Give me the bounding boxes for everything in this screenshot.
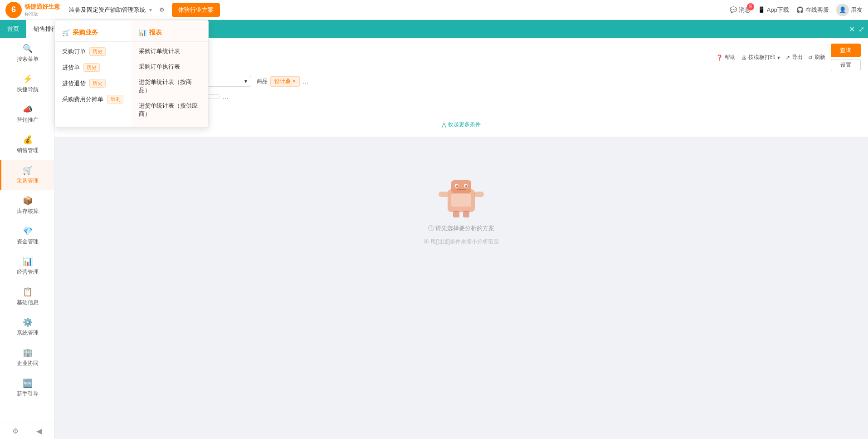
system-dropdown-arrow[interactable]: ▾ [149, 7, 152, 13]
enterprise-icon: 🏢 [23, 348, 33, 358]
popup-col-purchase: 🛒 采购业务 采购订单 历史 进货单 历史 进货退货 历史 采购费用分摊单 历史 [55, 20, 132, 127]
incoming-by-goods-label: 进货单统计表（按商品） [139, 78, 201, 94]
popup-item-incoming-by-supplier[interactable]: 进货单统计表（按供应商） [132, 98, 208, 122]
popup-item-incoming-by-goods[interactable]: 进货单统计表（按商品） [132, 74, 208, 98]
tab-close-all-icon[interactable]: ✕ [849, 25, 855, 34]
popup-col-purchase-header: 🛒 采购业务 [55, 26, 132, 42]
industry-button[interactable]: 体验行业方案 [172, 3, 220, 17]
operation-icon: 📊 [23, 256, 33, 266]
sidebar-item-sales[interactable]: 💰 销售管理 [0, 129, 54, 160]
sidebar-label-basic: 基础信息 [17, 299, 39, 306]
empty-hint-2-text: 用[过滤]条件来缩小分析范围 [430, 238, 499, 245]
popup-item-return[interactable]: 进货退货 历史 [55, 75, 132, 91]
topbar: 6 畅捷通好生意 标准版 装备及固定资产辅助管理系统 ▾ ⚙ 体验行业方案 💬 … [0, 0, 868, 20]
print-template-button[interactable]: 🖨 按模板打印 ▾ [741, 54, 780, 61]
popup-col-report: 📊 报表 采购订单统计表 采购订单执行表 进货单统计表（按商品） 进货单统计表（… [132, 20, 208, 127]
purchase-col-icon: 🛒 [62, 29, 70, 36]
sidebar-item-enterprise[interactable]: 🏢 企业协同 [0, 342, 54, 373]
svg-rect-6 [457, 189, 466, 190]
collapse-label: 收起更多条件 [448, 121, 481, 128]
sidebar-label-system: 系统管理 [17, 329, 39, 337]
sidebar-label-search: 搜索菜单 [17, 55, 39, 63]
purchase-order-label: 采购订单 [62, 48, 86, 56]
print-label: 按模板打印 [748, 54, 775, 61]
empty-hint-1: ① 请先选择要分析的方案 [428, 224, 495, 232]
salesperson-dots[interactable]: ... [222, 93, 228, 101]
sidebar-collapse-icon[interactable]: ◀ [36, 427, 42, 435]
system-gear-icon[interactable]: ⚙ [156, 4, 168, 16]
online-service-button[interactable]: 🎧 在线客服 [796, 6, 829, 14]
logo-main: 畅捷通好生意 [24, 3, 60, 11]
popup-columns: 🛒 采购业务 采购订单 历史 进货单 历史 进货退货 历史 采购费用分摊单 历史 [55, 20, 208, 127]
popup-item-purchase-order[interactable]: 采购订单 历史 [55, 44, 132, 59]
app-download-button[interactable]: 📱 App下载 [758, 6, 789, 14]
expense-label: 采购费用分摊单 [62, 95, 103, 104]
order-stats-label: 采购订单统计表 [139, 47, 180, 55]
tab-home[interactable]: 首页 [0, 20, 26, 38]
goods-tag-close[interactable]: × [293, 78, 296, 84]
help-icon: ❓ [716, 54, 723, 61]
empty-illustration [434, 173, 488, 219]
goods-dots[interactable]: ... [302, 77, 308, 85]
goods-label: 商品 [257, 78, 268, 85]
user-label: 用友 [851, 6, 863, 14]
print-icon: 🖨 [741, 54, 746, 61]
quick-nav-icon: ⚡ [23, 74, 33, 84]
sidebar-label-sales: 销售管理 [17, 147, 39, 154]
logo-area: 6 畅捷通好生意 标准版 [5, 2, 60, 18]
empty-hint-2: ② 用[过滤]条件来缩小分析范围 [424, 238, 499, 246]
return-label: 进货退货 [62, 79, 86, 88]
online-service-label: 在线客服 [805, 6, 829, 14]
purchase-icon: 🛒 [23, 165, 33, 175]
tab-maximize-icon[interactable]: ⤢ [858, 25, 864, 34]
popup-item-order-exec[interactable]: 采购订单执行表 [132, 59, 208, 74]
sidebar-bottom: ⚙ ◀ [0, 423, 54, 439]
sidebar-item-guide[interactable]: 🆕 新手引导 [0, 373, 54, 403]
svg-rect-10 [453, 211, 459, 217]
finance-icon: 💎 [23, 226, 33, 236]
empty-hint-1-text: 请先选择要分析的方案 [435, 225, 494, 232]
purchase-col-title: 采购业务 [73, 29, 98, 37]
message-button[interactable]: 💬 消息 9 [730, 6, 751, 14]
export-icon: ↗ [785, 54, 790, 61]
svg-point-4 [456, 185, 458, 187]
app-download-label: App下载 [767, 6, 789, 14]
incoming-by-supplier-label: 进货单统计表（按供应商） [139, 102, 201, 118]
sidebar-label-inventory: 库存核算 [17, 207, 39, 215]
marketing-icon: 📣 [23, 104, 33, 114]
sidebar-item-finance[interactable]: 💎 资金管理 [0, 221, 54, 251]
help-label: 帮助 [725, 54, 736, 61]
refresh-label: 刷新 [814, 54, 825, 61]
sidebar-settings-icon[interactable]: ⚙ [12, 427, 19, 435]
search-icon: 🔍 [23, 44, 33, 54]
help-button[interactable]: ❓ 帮助 [716, 54, 736, 61]
sidebar-item-purchase[interactable]: 🛒 采购管理 [0, 160, 54, 190]
logo-sub: 标准版 [24, 11, 60, 17]
expense-history: 历史 [107, 95, 123, 104]
report-col-icon: 📊 [139, 29, 146, 36]
refresh-button[interactable]: ↺ 刷新 [808, 54, 825, 61]
tab-home-label: 首页 [7, 25, 19, 33]
sidebar-label-purchase: 采购管理 [17, 177, 39, 185]
popup-item-incoming[interactable]: 进货单 历史 [55, 59, 132, 75]
sales-icon: 💰 [23, 135, 33, 145]
guide-icon: 🆕 [23, 378, 33, 388]
sidebar-item-marketing[interactable]: 📣 营销推广 [0, 99, 54, 129]
svg-rect-11 [463, 211, 469, 217]
print-dropdown-icon: ▾ [777, 54, 780, 61]
user-area[interactable]: 👤 用友 [836, 4, 863, 16]
popup-item-order-stats[interactable]: 采购订单统计表 [132, 44, 208, 59]
export-button[interactable]: ↗ 导出 [785, 54, 803, 61]
sidebar-item-quick-nav[interactable]: ⚡ 快捷导航 [0, 69, 54, 99]
purchase-dropdown-popup: 🛒 采购业务 采购订单 历史 进货单 历史 进货退货 历史 采购费用分摊单 历史 [54, 20, 209, 128]
sidebar-item-basic[interactable]: 📋 基础信息 [0, 281, 54, 312]
svg-rect-7 [439, 192, 449, 197]
set-button[interactable]: 设置 [831, 59, 861, 71]
popup-item-expense[interactable]: 采购费用分摊单 历史 [55, 91, 132, 107]
message-badge: 9 [747, 3, 754, 10]
sidebar-item-inventory[interactable]: 📦 库存核算 [0, 190, 54, 221]
sidebar-item-system[interactable]: ⚙️ 系统管理 [0, 312, 54, 342]
query-button[interactable]: 查询 [831, 44, 861, 57]
sidebar-item-search[interactable]: 🔍 搜索菜单 [0, 38, 54, 69]
sidebar-item-operation[interactable]: 📊 经营管理 [0, 251, 54, 281]
